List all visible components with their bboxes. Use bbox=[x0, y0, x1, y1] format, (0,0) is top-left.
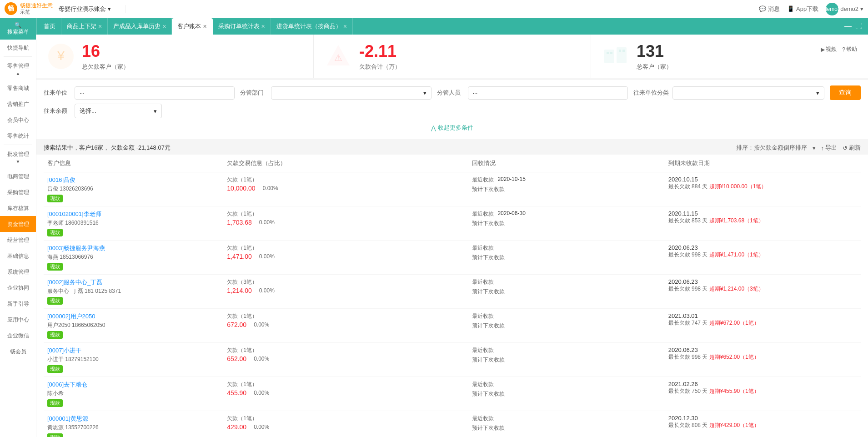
sidebar-item-vip[interactable]: 畅会员 bbox=[0, 343, 36, 359]
overdue-amount-2[interactable]: 超期¥1,471.00（1笔） bbox=[709, 251, 764, 258]
results-bar: 搜索结果中，客户16家， 欠款金额 -21,148.07元 排序：按欠款金额倒序… bbox=[36, 141, 868, 155]
app-download-btn[interactable]: 📱 App下载 bbox=[787, 5, 818, 13]
debt-note-0: 欠款（1笔） bbox=[227, 176, 465, 184]
sidebar-item-inventory[interactable]: 库存核算 bbox=[0, 200, 36, 216]
svg-rect-8 bbox=[619, 50, 621, 52]
tab-collapse-btn[interactable]: — bbox=[844, 22, 852, 30]
overdue-date-5: 2020.06.23 bbox=[668, 347, 857, 353]
sidebar-item-member[interactable]: 会员中心 bbox=[0, 112, 36, 128]
customer-info-cell-5: [0007]小进干 小进干 18279152100 现款 bbox=[44, 343, 223, 377]
overdue-amount-4[interactable]: 超期¥672.00（1笔） bbox=[709, 320, 759, 326]
query-button[interactable]: 查询 bbox=[830, 85, 861, 100]
person-input[interactable]: ··· bbox=[468, 86, 628, 100]
tab-purchase-stats[interactable]: 采购订单统计表 × bbox=[213, 18, 271, 35]
customer-name-link-2[interactable]: [0003]畅捷服务尹海燕 bbox=[47, 245, 105, 251]
customer-name-link-0[interactable]: [0016]吕俊 bbox=[47, 176, 75, 183]
overdue-date-4: 2021.03.01 bbox=[668, 312, 857, 319]
sidebar-item-basic-info[interactable]: 基础信息 bbox=[0, 248, 36, 264]
tab-close-purchase-product-stats[interactable]: × bbox=[343, 23, 347, 30]
customer-name-link-5[interactable]: [0007]小进干 bbox=[47, 347, 81, 354]
unit-category-select[interactable]: ▾ bbox=[672, 86, 824, 100]
balance-select[interactable]: 选择... ▾ bbox=[75, 104, 162, 118]
tab-close-customer-account[interactable]: × bbox=[203, 23, 206, 30]
person-label: 分管人员 bbox=[437, 89, 464, 97]
debt-note-1: 欠款（1笔） bbox=[227, 210, 465, 218]
overdue-amount-6[interactable]: 超期¥455.90（1笔） bbox=[709, 388, 759, 394]
debt-amount-0[interactable]: 10,000.00 bbox=[227, 185, 255, 192]
source-unit-input[interactable]: ··· bbox=[75, 86, 235, 100]
sidebar: 🔍 搜索菜单 快捷导航 零售管理 ▲ 零售商城 营销推广 会员中心 零售统计 bbox=[0, 18, 36, 437]
message-icon: 💬 bbox=[759, 5, 766, 12]
tab-close-product-list[interactable]: × bbox=[98, 23, 102, 30]
tab-customer-account[interactable]: 客户账本 × bbox=[172, 18, 212, 35]
sidebar-item-batch-mgmt[interactable]: 批发管理 ▼ bbox=[0, 146, 36, 168]
refresh-btn[interactable]: ↺ 刷新 bbox=[843, 144, 861, 152]
customer-name-link-1[interactable]: [0001020001]李老师 bbox=[47, 211, 101, 217]
sidebar-item-operation[interactable]: 经营管理 bbox=[0, 232, 36, 248]
sidebar-item-enterprise[interactable]: 企业协同 bbox=[0, 280, 36, 296]
tab-close-product-history[interactable]: × bbox=[162, 23, 166, 30]
customer-name-link-3[interactable]: [0002]服务中心_丁磊 bbox=[47, 279, 102, 286]
sidebar-item-marketing[interactable]: 营销推广 bbox=[0, 96, 36, 112]
table-row: [0003]畅捷服务尹海燕 海燕 18513066976 现款 欠款（1笔） 1… bbox=[44, 241, 861, 275]
col-recovery: 回收情况 bbox=[468, 155, 664, 172]
debt-amount-4[interactable]: 672.00 bbox=[227, 321, 246, 328]
debt-amount-6[interactable]: 455.90 bbox=[227, 389, 246, 397]
company-selector[interactable]: 母婴行业演示账套 ▾ bbox=[53, 5, 125, 13]
table-row: [000001]黄思源 黄思源 13552700226 现款 欠款（1笔） 42… bbox=[44, 411, 861, 437]
sidebar-item-system[interactable]: 系统管理 bbox=[0, 264, 36, 280]
next-collect-row-0: 预计下次收款 bbox=[472, 186, 661, 193]
overdue-amount-5[interactable]: 超期¥652.00（1笔） bbox=[709, 354, 759, 360]
sidebar-item-new-guide[interactable]: 新手引导 bbox=[0, 296, 36, 311]
video-btn[interactable]: ▶ 视频 bbox=[821, 45, 837, 53]
debt-note-6: 欠款（1笔） bbox=[227, 381, 465, 388]
overdue-amount-1[interactable]: 超期¥1,703.68（1笔） bbox=[709, 217, 764, 224]
sidebar-search[interactable]: 🔍 搜索菜单 bbox=[0, 18, 36, 40]
sidebar-item-retail-mall[interactable]: 零售商城 bbox=[0, 80, 36, 96]
sidebar-item-corp-wechat[interactable]: 企业微信 bbox=[0, 327, 36, 343]
overdue-amount-3[interactable]: 超期¥1,214.00（3笔） bbox=[709, 286, 764, 292]
balance-label: 往来余额 bbox=[44, 107, 71, 115]
debt-amount-1[interactable]: 1,703.68 bbox=[227, 219, 252, 226]
dept-label: 分管部门 bbox=[240, 89, 267, 97]
logo-icon: 畅 bbox=[5, 2, 17, 15]
help-btn[interactable]: ? 帮助 bbox=[842, 45, 857, 53]
tab-product-list[interactable]: 商品上下架 × bbox=[61, 18, 108, 35]
export-btn[interactable]: ↑ 导出 bbox=[821, 144, 838, 152]
debt-note-2: 欠款（1笔） bbox=[227, 244, 465, 252]
customer-sub-1: 李老师 18600391516 bbox=[47, 219, 220, 227]
debt-amount-5[interactable]: 652.00 bbox=[227, 355, 246, 362]
debt-amount-2[interactable]: 1,471.00 bbox=[227, 253, 252, 260]
message-btn[interactable]: 💬 消息 bbox=[759, 5, 780, 13]
overdue-date-0: 2020.10.15 bbox=[668, 176, 857, 183]
collapse-filters-btn[interactable]: ⋀ 收起更多条件 bbox=[44, 122, 861, 134]
next-collect-label-4: 预计下次收款 bbox=[472, 322, 505, 330]
tab-product-history[interactable]: 产成品入库单历史 × bbox=[108, 18, 172, 35]
customer-name-link-7[interactable]: [000001]黄思源 bbox=[47, 415, 88, 422]
collapse-up-icon: ⋀ bbox=[431, 125, 436, 131]
tab-home[interactable]: 首页 bbox=[38, 18, 61, 35]
debt-amount-3[interactable]: 1,214.00 bbox=[227, 287, 252, 294]
overdue-amount-7[interactable]: 超期¥429.00（1笔） bbox=[709, 422, 759, 428]
sidebar-item-finance[interactable]: 资金管理 bbox=[0, 216, 36, 232]
refresh-icon: ↺ bbox=[843, 145, 848, 151]
customer-sub-2: 海燕 18513066976 bbox=[47, 253, 220, 261]
sidebar-item-app-center[interactable]: 应用中心 bbox=[0, 311, 36, 327]
sidebar-item-ecommerce[interactable]: 电商管理 bbox=[0, 168, 36, 184]
tab-close-purchase-stats[interactable]: × bbox=[261, 23, 265, 30]
overdue-date-6: 2021.02.26 bbox=[668, 381, 857, 387]
tab-purchase-product-stats[interactable]: 进货单统计表（按商品） × bbox=[271, 18, 353, 35]
user-avatar-btn[interactable]: demo2 demo2 ▾ bbox=[826, 3, 863, 15]
sidebar-item-purchase[interactable]: 采购管理 bbox=[0, 184, 36, 200]
tab-fullscreen-btn[interactable]: ⛶ bbox=[855, 22, 863, 30]
sidebar-item-retail-stats[interactable]: 零售统计 bbox=[0, 128, 36, 144]
overdue-amount-0[interactable]: 超期¥10,000.00（1笔） bbox=[709, 183, 767, 190]
customer-name-link-6[interactable]: [0006]去下粮仓 bbox=[47, 381, 87, 388]
customer-name-link-4[interactable]: [000002]用户2050 bbox=[47, 313, 95, 320]
dept-select[interactable]: ▾ bbox=[271, 86, 431, 100]
table-row: [0006]去下粮仓 陈小希 现款 欠款（1笔） 455.90 0.00% 最近… bbox=[44, 377, 861, 411]
debt-percent-4: 0.00% bbox=[254, 321, 269, 328]
sidebar-item-retail-mgmt[interactable]: 零售管理 ▲ bbox=[0, 58, 36, 80]
overdue-days-0: 最长欠款 884 天 超期¥10,000.00（1笔） bbox=[668, 183, 857, 191]
debt-amount-7[interactable]: 429.00 bbox=[227, 423, 246, 431]
